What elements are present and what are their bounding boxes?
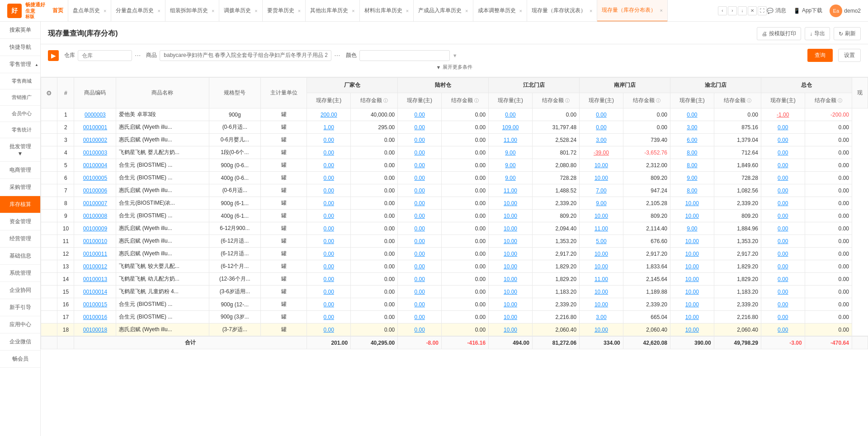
sidebar-item-inventory[interactable]: 库存核算 (0, 196, 40, 213)
tab-8-close[interactable]: × (465, 8, 468, 14)
sidebar-item-finance[interactable]: 资金管理 (0, 213, 40, 230)
top-nav-tabs: 首页 盘点单历史 × 分量盘点单历史 × 组装拆卸单历史 × 调拨单历史 × 要… (48, 0, 718, 21)
tab-10-close[interactable]: × (590, 8, 592, 14)
tab-fullscreen-btn[interactable]: ⛶ (758, 6, 767, 15)
table-row: 1200100011惠氏启赋 (Wyeth illu...(6-12月适...罐… (41, 248, 868, 260)
sidebar-item-enterprise[interactable]: 企业协同 (0, 282, 40, 299)
table-row: 200100001惠氏启赋 (Wyeth illu...(0-6月适...罐1.… (41, 121, 868, 134)
tab-4-close[interactable]: × (255, 8, 257, 14)
page-actions: 🖨 按模版打印 ↓ 导出 ↻ 刷新 (757, 27, 861, 40)
tab-expand-btn[interactable]: ↓ (738, 6, 747, 15)
table-wrapper[interactable]: ⚙ # 商品编码 商品名称 规格型号 主计量单位 厂家仓 陆村仓 江北门店 南岸… (41, 77, 868, 436)
tab-next-btn[interactable]: › (728, 6, 737, 15)
sidebar-item-marketing[interactable]: 营销推广 (0, 89, 40, 106)
tab-7-close[interactable]: × (406, 8, 409, 14)
color-dropdown-icon[interactable]: ▼ (453, 53, 458, 58)
sidebar-item-retail-stat[interactable]: 零售统计 (0, 122, 40, 138)
sidebar-item-search[interactable]: 搜索英单 (0, 22, 40, 39)
export-btn[interactable]: ↓ 导出 (805, 27, 830, 40)
settings-btn[interactable]: 设置 (838, 49, 861, 62)
table-row: 800100007合生元(BIOSTIME)浓...900g (6-1...罐0… (41, 197, 868, 210)
sidebar-item-retail[interactable]: 零售管理 (0, 56, 40, 73)
table-row: 1600100015合生元 (BIOSTIME) ...900g (12-...… (41, 298, 868, 311)
refresh-btn[interactable]: ↻ 刷新 (834, 27, 861, 40)
sidebar-item-basic[interactable]: 基础信息 (0, 248, 40, 265)
warehouse-more-icon[interactable]: ··· (135, 52, 141, 60)
print-btn[interactable]: 🖨 按模版打印 (757, 27, 801, 40)
tab-9[interactable]: 成本调整单历史 × (473, 0, 527, 21)
filter-area: ▶ 仓库 ··· 商品 ··· 颜色 ▼ 查询 设置 ▼ 展开更多条件 (41, 44, 868, 77)
avatar: Ea (830, 5, 842, 17)
tab-5[interactable]: 要货单历史 × (263, 0, 306, 21)
print-icon: 🖨 (762, 31, 767, 37)
tab-5-close[interactable]: × (298, 8, 301, 14)
sidebar-item-member2[interactable]: 畅会员 (0, 351, 40, 368)
tab-close-all-btn[interactable]: ✕ (748, 6, 757, 15)
filter-warehouse: 仓库 ··· (64, 50, 141, 61)
tab-4[interactable]: 调拨单历史 × (219, 0, 262, 21)
th-w5-qty: 现存量(主) (670, 93, 714, 108)
th-w3-amt: 结存金额 ⓘ (532, 93, 579, 108)
sidebar-item-retail-mall[interactable]: 零售商城 (0, 73, 40, 89)
main-content: 现存量查询(库存分布) 🖨 按模版打印 ↓ 导出 ↻ 刷新 ▶ 仓库 ··· (41, 22, 868, 436)
tab-11-close[interactable]: × (660, 8, 662, 13)
sidebar-item-wechat[interactable]: 企业微信 (0, 333, 40, 351)
tab-1-close[interactable]: × (104, 8, 106, 14)
sidebar-item-appcenter[interactable]: 应用中心 (0, 316, 40, 333)
total-row: 合计201.0040,295.00-8.00-416.16494.0081,27… (41, 336, 868, 349)
tab-1[interactable]: 盘点单历史 × (68, 0, 111, 21)
tab-3[interactable]: 组装拆卸单历史 × (165, 0, 219, 21)
tab-9-close[interactable]: × (519, 8, 522, 14)
th-spec: 规格型号 (209, 78, 261, 108)
sidebar-item-quicknav[interactable]: 快捷导航 (0, 39, 40, 56)
tab-7[interactable]: 材料出库单历史 × (360, 0, 414, 21)
tab-3-close[interactable]: × (212, 8, 214, 14)
th-w5-amt: 结存金额 ⓘ (714, 93, 761, 108)
logo-icon: 好 (7, 4, 22, 18)
tab-11[interactable]: 现存量（库存分布表） × (597, 0, 667, 21)
th-unit: 主计量单位 (261, 78, 307, 108)
product-more-icon[interactable]: ··· (334, 52, 340, 60)
sidebar-item-purchase[interactable]: 采购管理 (0, 179, 40, 196)
th-more: 现 (852, 78, 868, 108)
sidebar-item-ecommerce[interactable]: 电商管理 (0, 162, 40, 179)
product-input[interactable] (160, 50, 331, 61)
filter-row: ▶ 仓库 ··· 商品 ··· 颜色 ▼ 查询 设置 (48, 49, 861, 62)
filter-toggle-btn[interactable]: ▶ (48, 50, 59, 61)
th-w1-qty: 现存量(主) (307, 93, 351, 108)
tab-2[interactable]: 分量盘点单历史 × (111, 0, 165, 21)
tab-10[interactable]: 现存量（库存状况表） × (527, 0, 597, 21)
sidebar-item-guide[interactable]: 新手引导 (0, 299, 40, 316)
sidebar-item-member[interactable]: 会员中心 (0, 106, 40, 122)
tab-2-close[interactable]: × (157, 8, 160, 14)
filter-product: 商品 ··· (146, 50, 340, 61)
color-input[interactable] (359, 50, 450, 61)
app-download-btn[interactable]: 📱 App下载 (793, 7, 822, 14)
user-menu[interactable]: Ea demo2 (830, 5, 861, 17)
logo-text: 畅捷通好生意 标版 (25, 2, 48, 19)
message-btn[interactable]: 💬 消息 (767, 7, 786, 14)
th-gear[interactable]: ⚙ (41, 78, 57, 108)
tab-6-close[interactable]: × (352, 8, 354, 14)
query-btn[interactable]: 查询 (807, 49, 833, 62)
export-icon: ↓ (810, 31, 812, 37)
top-right: 💬 消息 📱 App下载 Ea demo2 (767, 5, 861, 17)
refresh-icon: ↻ (839, 31, 843, 37)
sidebar-item-system[interactable]: 系统管理 (0, 265, 40, 282)
tab-6[interactable]: 其他出库单历史 × (306, 0, 359, 21)
sidebar-item-wholesale[interactable]: 批发管理 (0, 138, 40, 162)
sidebar-item-ops[interactable]: 经营管理 (0, 230, 40, 248)
tab-8[interactable]: 产成品入库单历史 × (414, 0, 473, 21)
table-row: 700100006惠氏启赋 (Wyeth illu...(0-6月适...罐0.… (41, 184, 868, 197)
th-w3: 江北门店 (489, 78, 580, 93)
th-w2: 陆村仓 (398, 78, 489, 93)
th-w1-amt: 结存金额 ⓘ (351, 93, 398, 108)
warehouse-input[interactable] (78, 50, 132, 61)
table-row: 900100008合生元 (BIOSTIME) ...400g (6-1...罐… (41, 210, 868, 222)
expand-more-btn[interactable]: ▼ 展开更多条件 (48, 62, 861, 72)
tab-home[interactable]: 首页 (48, 0, 68, 21)
th-code: 商品编码 (74, 78, 116, 108)
tab-prev-btn[interactable]: ‹ (718, 6, 727, 15)
th-name: 商品名称 (116, 78, 209, 108)
table-row: 600100005合生元 (BIOSTIME) ...400g (0-6...罐… (41, 172, 868, 184)
